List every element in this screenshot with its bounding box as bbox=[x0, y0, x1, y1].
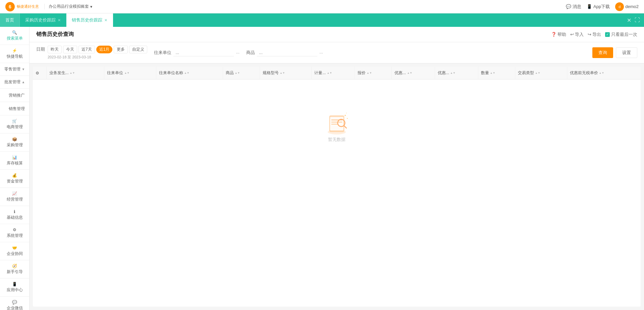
message-button[interactable]: 💬 消息 bbox=[566, 4, 581, 10]
message-icon: 💬 bbox=[566, 4, 571, 9]
page-actions: ❓ 帮助 ↩ 导入 ↪ 导出 ✓ 只看最后一次 bbox=[551, 32, 637, 38]
tab-purchase-history[interactable]: 采购历史价跟踪 ✕ bbox=[20, 13, 66, 27]
table-col-settings[interactable]: ⚙ bbox=[33, 67, 46, 80]
table-col-partner-name[interactable]: 往来单位名称 ▲▼ bbox=[156, 67, 223, 80]
info-icon: ℹ bbox=[14, 209, 15, 214]
sidebar-item-app-center[interactable]: 📱 应用中心 bbox=[0, 278, 29, 297]
sidebar-item-quick-nav[interactable]: ⚡ 快捷导航 bbox=[0, 45, 29, 63]
table-col-partner-code[interactable]: 往来单位 ▲▼ bbox=[104, 67, 156, 80]
date-btn-yesterday[interactable]: 昨天 bbox=[48, 46, 62, 53]
table-col-discount2[interactable]: 优惠... ▲▼ bbox=[435, 67, 478, 80]
sort-icon-price: ▲▼ bbox=[367, 72, 372, 74]
help-label: 帮助 bbox=[557, 32, 566, 38]
tab-close-window-icon[interactable]: ✕ bbox=[627, 17, 631, 23]
workspace-dropdown-icon: ▾ bbox=[90, 4, 92, 9]
sort-icon-partner-code: ▲▼ bbox=[124, 72, 129, 74]
sidebar-item-purchase[interactable]: 📦 采购管理 bbox=[0, 134, 29, 152]
data-table: ⚙ 业务发生... ▲▼ 往来单位 ▲▼ bbox=[33, 67, 641, 169]
table-col-product[interactable]: 商品 ▲▼ bbox=[223, 67, 260, 80]
tab-home[interactable]: 首页 bbox=[0, 13, 20, 27]
search-icon: 🔍 bbox=[12, 30, 17, 35]
collab-icon: 🤝 bbox=[12, 246, 17, 250]
date-filter-label: 日期 bbox=[36, 46, 45, 52]
sidebar-item-retail-mgmt[interactable]: 零售管理 ▼ bbox=[0, 63, 29, 76]
sidebar-item-enterprise-collab[interactable]: 🤝 企业协同 bbox=[0, 242, 29, 260]
sidebar-item-basic-info[interactable]: ℹ 基础信息 bbox=[0, 206, 29, 224]
date-btn-today[interactable]: 今天 bbox=[63, 46, 77, 53]
partner-input[interactable] bbox=[173, 49, 234, 56]
col-trade-type-label: 交易类型 bbox=[518, 70, 534, 76]
svg-point-8 bbox=[344, 115, 346, 116]
app-download-button[interactable]: 📱 App下载 bbox=[587, 4, 610, 10]
date-btn-last1month[interactable]: 近1月 bbox=[96, 46, 113, 53]
table-col-trade-type[interactable]: 交易类型 ▲▼ bbox=[515, 67, 567, 80]
setting-button[interactable]: 设置 bbox=[616, 47, 637, 58]
sort-icon-discount2: ▲▼ bbox=[450, 72, 455, 74]
sidebar-item-new-user-guide[interactable]: 🧭 新手引导 bbox=[0, 260, 29, 278]
col-discount2-label: 优惠... bbox=[438, 70, 449, 76]
table-col-quantity[interactable]: 数量 ▲▼ bbox=[478, 67, 515, 80]
filter-bar: 日期 昨天 今天 近7天 近1月 更多 自定义 2023-02-18 至 202… bbox=[30, 42, 644, 63]
table-col-pre-discount-price[interactable]: 优惠前无税单价 ▲▼ bbox=[567, 67, 641, 80]
date-btn-custom[interactable]: 自定义 bbox=[129, 46, 147, 53]
sidebar-item-system-label: 系统管理 bbox=[7, 233, 23, 239]
date-filter-group: 日期 昨天 今天 近7天 近1月 更多 自定义 2023-02-18 至 202… bbox=[36, 46, 147, 60]
tab-sales-history-close[interactable]: ✕ bbox=[104, 18, 107, 22]
sidebar-item-system[interactable]: ⚙ 系统管理 bbox=[0, 224, 29, 242]
export-button[interactable]: ↪ 导出 bbox=[588, 32, 601, 38]
sort-icon-quantity: ▲▼ bbox=[490, 72, 495, 74]
sort-icon-product: ▲▼ bbox=[235, 72, 240, 74]
tab-expand-icon[interactable]: ⛶ bbox=[635, 17, 640, 23]
svg-point-9 bbox=[347, 118, 348, 119]
export-icon: ↪ bbox=[588, 32, 591, 37]
help-button[interactable]: ❓ 帮助 bbox=[551, 32, 566, 38]
page-header: 销售历史价查询 ❓ 帮助 ↩ 导入 ↪ 导出 ✓ 只看最后一次 bbox=[30, 27, 644, 42]
workspace-selector[interactable]: 办公用品行业模拟账套 ▾ bbox=[44, 4, 92, 9]
sidebar-item-enterprise-wechat[interactable]: 💬 企业微信 bbox=[0, 297, 29, 310]
table-container: ⚙ 业务发生... ▲▼ 往来单位 ▲▼ bbox=[33, 67, 641, 307]
sidebar-item-search-menu[interactable]: 🔍 搜索菜单 bbox=[0, 27, 29, 45]
query-button[interactable]: 查询 bbox=[592, 47, 613, 58]
sidebar-item-inventory[interactable]: 📊 库存核算 bbox=[0, 152, 29, 170]
product-input[interactable] bbox=[257, 49, 317, 56]
col-product-label: 商品 bbox=[226, 70, 234, 76]
finance-icon: 💰 bbox=[12, 173, 17, 178]
ecommerce-icon: 🛒 bbox=[12, 119, 17, 123]
sidebar-item-operations[interactable]: 📈 经营管理 bbox=[0, 188, 29, 206]
partner-input-dots: ··· bbox=[236, 50, 239, 55]
table-col-price[interactable]: 报价 ▲▼ bbox=[355, 67, 392, 80]
sidebar-item-wholesale-mgmt-label: 批发管理 bbox=[4, 79, 20, 85]
logo-icon: 6 bbox=[5, 2, 15, 11]
wholesale-mgmt-arrow-icon: ▲ bbox=[22, 80, 25, 84]
sidebar-item-ecommerce[interactable]: 🛒 电商管理 bbox=[0, 115, 29, 134]
table-col-business-date[interactable]: 业务发生... ▲▼ bbox=[46, 67, 104, 80]
date-btn-more[interactable]: 更多 bbox=[114, 46, 128, 53]
tab-sales-history[interactable]: 销售历史价跟踪 ✕ bbox=[66, 13, 113, 27]
table-col-spec[interactable]: 规格型号 ▲▼ bbox=[260, 67, 311, 80]
sidebar-item-basic-info-label: 基础信息 bbox=[7, 215, 23, 220]
table-col-discount1[interactable]: 优惠... ▲▼ bbox=[392, 67, 435, 80]
partner-filter-label: 往来单位 bbox=[154, 50, 171, 56]
user-profile[interactable]: d demo2 bbox=[615, 2, 639, 11]
tab-purchase-history-close[interactable]: ✕ bbox=[58, 18, 61, 22]
date-btn-last7days[interactable]: 近7天 bbox=[78, 46, 95, 53]
sidebar-item-finance[interactable]: 💰 资金管理 bbox=[0, 170, 29, 188]
sort-icon-pre-discount-price: ▲▼ bbox=[599, 72, 604, 74]
sidebar-item-sales-mgmt[interactable]: 销售管理 bbox=[0, 102, 29, 115]
sort-icon-unit: ▲▼ bbox=[327, 72, 332, 74]
empty-state-cell: 暂无数据 bbox=[33, 80, 641, 170]
sidebar-item-marketing[interactable]: 营销推广 bbox=[0, 89, 29, 102]
sidebar-item-wholesale-mgmt[interactable]: 批发管理 ▲ bbox=[0, 76, 29, 89]
table-col-unit[interactable]: 计量... ▲▼ bbox=[312, 67, 355, 80]
table-header: ⚙ 业务发生... ▲▼ 往来单位 ▲▼ bbox=[33, 67, 641, 80]
import-button[interactable]: ↩ 导入 bbox=[570, 32, 584, 38]
username: demo2 bbox=[625, 4, 639, 9]
svg-point-10 bbox=[346, 113, 347, 113]
only-last-checkbox[interactable]: ✓ 只看最后一次 bbox=[605, 32, 637, 38]
product-filter-group: 商品 ··· bbox=[246, 49, 323, 56]
table-header-row: ⚙ 业务发生... ▲▼ 往来单位 ▲▼ bbox=[33, 67, 641, 80]
col-unit-label: 计量... bbox=[314, 70, 326, 76]
sort-icon-partner-name: ▲▼ bbox=[184, 72, 190, 74]
retail-mgmt-arrow-icon: ▼ bbox=[22, 67, 25, 71]
filter-actions: 查询 设置 bbox=[592, 47, 637, 58]
